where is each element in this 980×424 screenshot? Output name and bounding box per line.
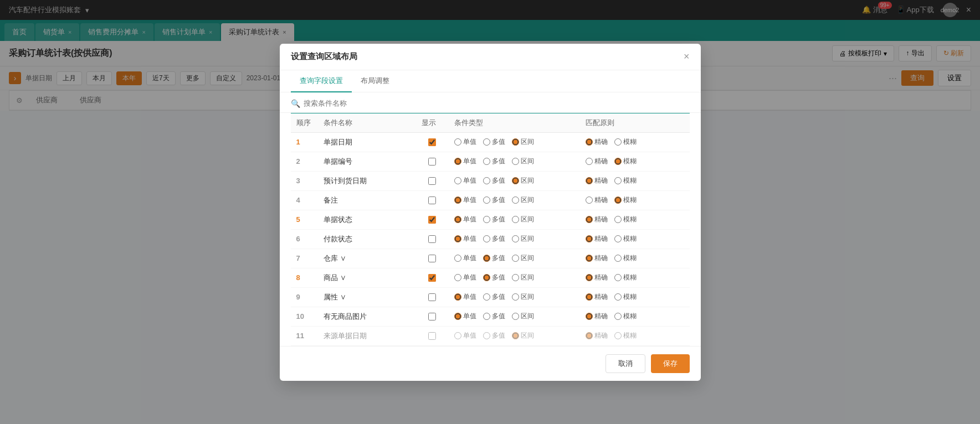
tab-query-fields[interactable]: 查询字段设置 xyxy=(291,70,352,92)
tab-layout-adjust[interactable]: 布局调整 xyxy=(352,70,398,92)
search-input[interactable] xyxy=(304,99,690,107)
modal-header: 设置查询区域布局 × xyxy=(280,44,701,70)
modal-overlay: 设置查询区域布局 × 查询字段设置 布局调整 🔍 顺序 条件名称 xyxy=(0,0,980,111)
modal-close-button[interactable]: × xyxy=(684,51,690,61)
search-icon: 🔍 xyxy=(291,99,300,108)
settings-modal: 设置查询区域布局 × 查询字段设置 布局调整 🔍 顺序 条件名称 xyxy=(280,44,701,111)
modal-search-area: 🔍 xyxy=(280,92,701,111)
modal-tabs: 查询字段设置 布局调整 xyxy=(280,70,701,92)
modal-title: 设置查询区域布局 xyxy=(291,51,357,62)
